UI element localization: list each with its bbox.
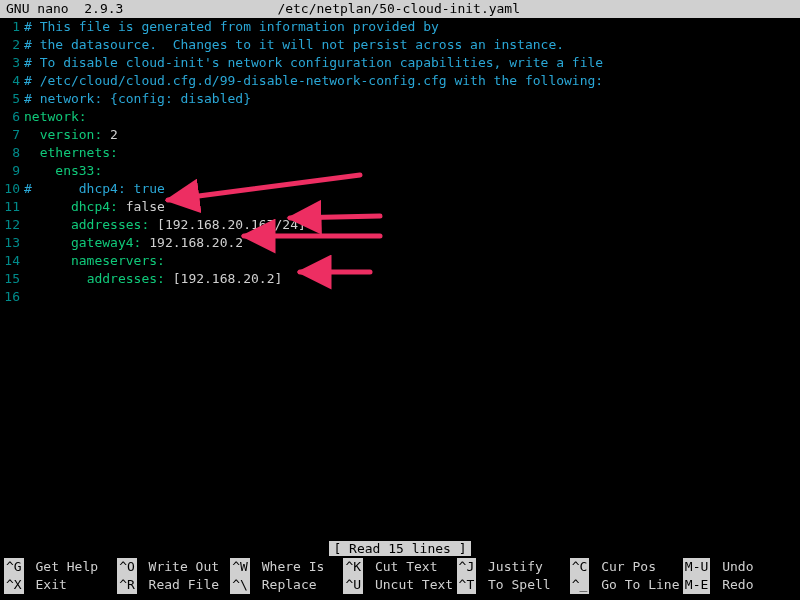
line-number: 14 (0, 252, 20, 270)
editor-viewport[interactable]: 12345678910111213141516 # This file is g… (0, 18, 800, 540)
shortcut-key: ^_ (570, 576, 590, 594)
line-number: 9 (0, 162, 20, 180)
shortcut-label: Go To Line (593, 576, 679, 594)
line-number-gutter: 12345678910111213141516 (0, 18, 24, 540)
shortcut-label: Where Is (254, 558, 324, 576)
shortcut-replace[interactable]: ^\ Replace (230, 576, 343, 594)
editor-line[interactable]: # the datasource. Changes to it will not… (24, 36, 800, 54)
line-number: 15 (0, 270, 20, 288)
line-number: 12 (0, 216, 20, 234)
line-number: 5 (0, 90, 20, 108)
shortcut-label: Uncut Text (367, 576, 453, 594)
shortcut-key: M-U (683, 558, 710, 576)
shortcut-redo[interactable]: M-E Redo (683, 576, 796, 594)
shortcut-go-to-line[interactable]: ^_ Go To Line (570, 576, 683, 594)
line-number: 11 (0, 198, 20, 216)
shortcut-to-spell[interactable]: ^T To Spell (457, 576, 570, 594)
editor-line[interactable]: network: (24, 108, 800, 126)
shortcut-key: ^W (230, 558, 250, 576)
line-number: 16 (0, 288, 20, 306)
shortcut-key: ^K (343, 558, 363, 576)
status-bar: [ Read 15 lines ] (0, 540, 800, 558)
editor-line[interactable]: ethernets: (24, 144, 800, 162)
shortcut-label: Cur Pos (593, 558, 656, 576)
shortcut-key: ^X (4, 576, 24, 594)
editor-line[interactable]: # To disable cloud-init's network config… (24, 54, 800, 72)
line-number: 7 (0, 126, 20, 144)
shortcut-where-is[interactable]: ^W Where Is (230, 558, 343, 576)
file-path: /etc/netplan/50-cloud-init.yaml (123, 0, 674, 18)
shortcut-justify[interactable]: ^J Justify (457, 558, 570, 576)
shortcut-label: Cut Text (367, 558, 437, 576)
shortcut-write-out[interactable]: ^O Write Out (117, 558, 230, 576)
app-name: GNU nano 2.9.3 (6, 0, 123, 18)
shortcut-label: Redo (714, 576, 753, 594)
shortcut-key: ^T (457, 576, 477, 594)
line-number: 10 (0, 180, 20, 198)
shortcut-key: ^C (570, 558, 590, 576)
editor-line[interactable]: # dhcp4: true (24, 180, 800, 198)
editor-line[interactable]: addresses: [192.168.20.167/24] (24, 216, 800, 234)
status-message: [ Read 15 lines ] (329, 541, 470, 556)
shortcut-label: To Spell (480, 576, 550, 594)
shortcut-key: ^\ (230, 576, 250, 594)
shortcut-key: ^U (343, 576, 363, 594)
line-number: 3 (0, 54, 20, 72)
editor-line[interactable]: addresses: [192.168.20.2] (24, 270, 800, 288)
editor-line[interactable]: # /etc/cloud/cloud.cfg.d/99-disable-netw… (24, 72, 800, 90)
shortcut-label: Replace (254, 576, 317, 594)
shortcut-uncut-text[interactable]: ^U Uncut Text (343, 576, 456, 594)
line-number: 1 (0, 18, 20, 36)
shortcut-key: ^R (117, 576, 137, 594)
shortcut-label: Write Out (141, 558, 219, 576)
line-number: 8 (0, 144, 20, 162)
shortcut-key: ^J (457, 558, 477, 576)
shortcut-bar: ^G Get Help^O Write Out^W Where Is^K Cut… (0, 558, 800, 594)
shortcut-key: ^O (117, 558, 137, 576)
editor-line[interactable]: version: 2 (24, 126, 800, 144)
line-number: 2 (0, 36, 20, 54)
editor-line[interactable]: # This file is generated from informatio… (24, 18, 800, 36)
shortcut-key: M-E (683, 576, 710, 594)
editor-lines[interactable]: # This file is generated from informatio… (24, 18, 800, 540)
editor-line[interactable]: nameservers: (24, 252, 800, 270)
shortcut-label: Undo (714, 558, 753, 576)
line-number: 6 (0, 108, 20, 126)
editor-line[interactable]: # network: {config: disabled} (24, 90, 800, 108)
line-number: 4 (0, 72, 20, 90)
shortcut-cur-pos[interactable]: ^C Cur Pos (570, 558, 683, 576)
shortcut-read-file[interactable]: ^R Read File (117, 576, 230, 594)
shortcut-label: Exit (28, 576, 67, 594)
editor-line[interactable]: ens33: (24, 162, 800, 180)
editor-line[interactable] (24, 288, 800, 306)
shortcut-get-help[interactable]: ^G Get Help (4, 558, 117, 576)
shortcut-label: Justify (480, 558, 543, 576)
shortcut-cut-text[interactable]: ^K Cut Text (343, 558, 456, 576)
shortcut-label: Get Help (28, 558, 98, 576)
shortcut-undo[interactable]: M-U Undo (683, 558, 796, 576)
line-number: 13 (0, 234, 20, 252)
shortcut-key: ^G (4, 558, 24, 576)
titlebar: GNU nano 2.9.3 /etc/netplan/50-cloud-ini… (0, 0, 800, 18)
editor-line[interactable]: gateway4: 192.168.20.2 (24, 234, 800, 252)
shortcut-exit[interactable]: ^X Exit (4, 576, 117, 594)
editor-line[interactable]: dhcp4: false (24, 198, 800, 216)
shortcut-label: Read File (141, 576, 219, 594)
